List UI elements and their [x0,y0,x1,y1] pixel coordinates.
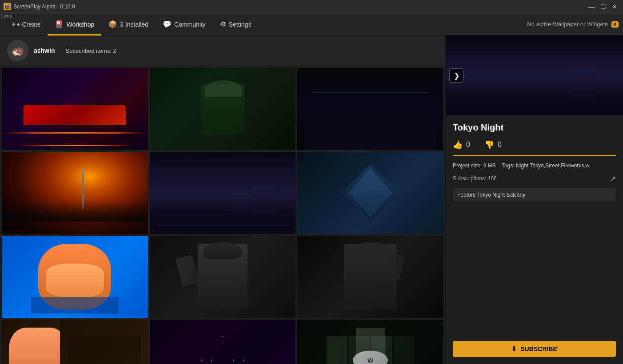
thumbnail-10[interactable] [2,320,148,364]
minimize-button[interactable]: — [587,2,596,11]
wallpaper-grid: W [0,66,445,364]
content-area: 🦔 ashwin Subscribed items: 2 [0,36,445,364]
subscriptions-value: 106 [488,175,497,182]
thumbnail-5[interactable] [150,152,296,234]
thumbnail-2[interactable] [150,68,296,150]
installed-icon: 📦 [108,20,117,28]
thumbnail-6[interactable] [297,152,443,234]
thumbnail-9[interactable] [297,236,443,318]
thumbnail-12[interactable]: W [297,320,443,364]
panel-preview: ❯ [446,36,623,115]
project-size-row: Project size: 9 MB Tags: Night,Tokyo,Str… [453,161,616,171]
workshop-icon: 🎴 [55,20,64,28]
titlebar-info: 🎬 ScreenPlay Alpha - 0.13.0 [4,3,75,10]
panel-title: Tokyo Night [453,123,616,133]
nav-community[interactable]: 💬 Community [156,13,213,36]
window-controls: — ☐ ✕ [587,2,619,11]
thumbnail-11[interactable] [150,320,296,364]
panel-info: Tokyo Night 👍 0 👎 0 Project size: 9 MB T… [446,115,623,334]
dislikes-group: 👎 0 [484,140,502,150]
likes-count: 0 [466,141,470,149]
thumbs-down-icon: 👎 [484,140,494,150]
likes-group: 👍 0 [453,140,470,150]
thumbnail-4[interactable] [2,152,148,234]
tags-label: Tags: [502,162,515,169]
no-active-text: No active Wallpaper or Widgets [527,21,608,28]
close-button[interactable]: ✕ [610,2,619,11]
thumbnail-1[interactable] [2,68,148,150]
main-layout: 🦔 ashwin Subscribed items: 2 [0,36,623,364]
project-size-label: Project size: [453,162,482,169]
description-text: Feature Tokyo Night Balcony [457,192,525,198]
panel-description: Feature Tokyo Night Balcony [453,188,616,202]
user-header: 🦔 ashwin Subscribed items: 2 [0,36,445,66]
maximize-button[interactable]: ☐ [598,2,608,11]
tags-value: Night,Tokyo,Street,Fireworks,w [516,162,589,169]
subscribed-label: Subscribed items: 2 [65,47,116,54]
nav-installed[interactable]: 📦 3 Installed [101,13,156,36]
panel-meta: Project size: 9 MB Tags: Night,Tokyo,Str… [453,161,616,171]
workshop-label: Workshop [66,21,94,28]
nav-settings[interactable]: ⚙ Settings [213,13,259,36]
menubar: 1 FPS + + Create 🎴 Workshop 📦 3 Installe… [0,13,623,36]
app-title: ScreenPlay Alpha - 0.13.0 [13,4,75,10]
installed-label: 3 Installed [120,21,148,28]
create-icon: + [12,20,16,28]
thumbnail-7[interactable] [2,236,148,318]
app-icon: 🎬 [4,3,11,10]
thumbs-up-icon: 👍 [453,140,463,150]
community-label: Community [174,21,206,28]
panel-subscriptions: Subscriptions: 106 ↗ [453,174,616,183]
settings-label: Settings [229,21,252,28]
subscriptions-count: Subscriptions: 106 [453,175,497,182]
nav-items: + + Create 🎴 Workshop 📦 3 Installed 💬 Co… [4,13,527,36]
create-label: + Create [16,21,40,28]
external-link-icon[interactable]: ↗ [610,174,616,183]
notification-badge: 0 [611,21,619,28]
panel-preview-bg [446,36,623,115]
settings-icon: ⚙ [220,20,226,28]
nav-create[interactable]: + + Create [4,13,48,36]
panel-next-button[interactable]: ❯ [449,68,463,83]
titlebar: 🎬 ScreenPlay Alpha - 0.13.0 — ☐ ✕ [0,0,623,13]
project-size-value: 9 MB [483,162,496,169]
subscribe-icon: ⬇ [511,345,517,352]
subscribe-button[interactable]: ⬇ SUBSCRIBE [453,341,616,357]
avatar: 🦔 [7,40,28,61]
thumbnail-3[interactable] [297,68,443,150]
panel-votes: 👍 0 👎 0 [453,140,616,156]
dislikes-count: 0 [498,141,502,149]
community-icon: 💬 [163,20,172,28]
subscribe-label: SUBSCRIBE [520,345,557,352]
subscriptions-label: Subscriptions: [453,175,486,182]
right-panel: ❯ Tokyo Night 👍 0 👎 0 Project size: 9 MB [445,36,623,364]
no-active-status: No active Wallpaper or Widgets 0 [527,21,619,28]
thumbnail-8[interactable] [150,236,296,318]
nav-workshop[interactable]: 🎴 Workshop [48,13,101,36]
username: ashwin [34,47,55,54]
